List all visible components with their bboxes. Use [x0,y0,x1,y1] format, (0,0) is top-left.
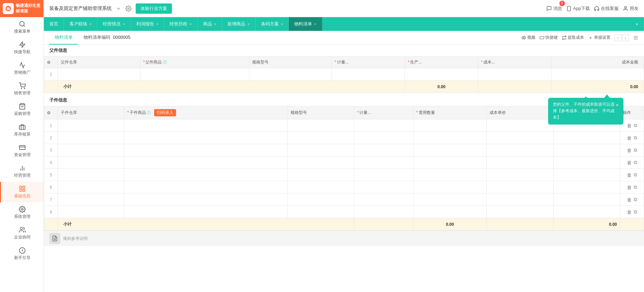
copy-icon-row-8[interactable]: ⧉ [634,209,637,215]
child-row-5-qty[interactable] [413,169,486,181]
child-row-6-unit-cost[interactable] [487,181,553,194]
delete-icon-row-8[interactable]: 🗑 [627,209,632,215]
child-row-2-warehouse[interactable] [58,132,124,144]
child-row-4-qty[interactable] [413,156,486,169]
child-row-8-warehouse[interactable] [58,206,124,218]
settings-icon[interactable] [125,5,132,12]
sidebar-item-purchase[interactable]: 采购管理 [0,100,44,120]
child-row-3-unit[interactable] [354,144,413,156]
shortcut-action[interactable]: 快捷键 [540,35,558,40]
sidebar-item-operations[interactable]: 经营管理 [0,161,44,182]
child-row-6-amount[interactable] [553,181,620,194]
child-row-4-spec[interactable] [287,156,354,169]
child-row-4-unit[interactable] [354,156,413,169]
child-row-1-unit-cost[interactable] [487,119,553,132]
child-row-6-warehouse[interactable] [58,181,124,194]
tab-goods[interactable]: 商品 × [198,17,222,31]
child-row-8-unit[interactable] [354,206,413,218]
close-all-tab[interactable]: × [630,17,644,31]
delete-icon-row-1[interactable]: 🗑 [627,123,632,128]
sidebar-item-quicknav[interactable]: 快捷导航 [0,38,44,58]
tab-barcode[interactable]: 条码方案 × [256,17,289,31]
child-row-4-warehouse[interactable] [58,156,124,169]
child-row-2-amount[interactable] [553,132,620,144]
child-row-1-unit[interactable] [354,119,413,132]
child-row-2-spec[interactable] [287,132,354,144]
extract-cost-action[interactable]: 提取成本 [562,35,584,40]
sidebar-item-marketing[interactable]: 营销推广 [0,58,44,79]
child-row-5-unit[interactable] [354,169,413,181]
child-row-5-unit-cost[interactable] [487,169,553,181]
child-row-3-qty[interactable] [413,144,486,156]
parent-row-1-unit[interactable] [332,68,405,81]
child-row-8-spec[interactable] [287,206,354,218]
view-action[interactable]: 视频 [521,35,535,40]
prev-arrow[interactable]: ‹ [615,34,621,41]
sidebar-item-search[interactable]: 搜索菜单 [0,17,44,38]
child-row-6-qty[interactable] [413,181,486,194]
child-col-setting[interactable]: ⚙ [44,106,58,119]
child-row-8-product[interactable] [124,206,288,218]
child-row-8-qty[interactable] [413,206,486,218]
menu-icon[interactable] [633,35,639,40]
tab-profit[interactable]: 利润报告 × [131,17,164,31]
tab-operations[interactable]: 经营情况 × [97,17,131,31]
parent-col-setting[interactable]: ⚙ [44,57,58,68]
delete-icon-row-7[interactable]: 🗑 [627,197,632,202]
parent-row-1-product[interactable] [140,68,249,81]
sidebar-item-basic[interactable]: 基础信息 [0,182,44,202]
child-row-5-spec[interactable] [287,169,354,181]
child-row-8-amount[interactable] [553,206,620,218]
child-row-3-spec[interactable] [287,144,354,156]
child-row-1-qty[interactable] [413,119,486,132]
child-row-7-unit-cost[interactable] [487,194,553,206]
tab-newgoods[interactable]: 新增商品 × [222,17,255,31]
child-row-7-qty[interactable] [413,194,486,206]
close-barcode-tab[interactable]: × [281,22,283,26]
child-row-1-spec[interactable] [287,119,354,132]
parent-row-1-production[interactable] [405,68,478,81]
child-row-4-unit-cost[interactable] [487,156,553,169]
close-newgoods-tab[interactable]: × [247,22,249,26]
child-row-3-unit-cost[interactable] [487,144,553,156]
close-history-tab[interactable]: × [189,22,191,26]
child-row-5-warehouse[interactable] [58,169,124,181]
child-row-1-product[interactable] [124,119,288,132]
sidebar-item-system[interactable]: 系统管理 [0,202,44,223]
child-row-2-qty[interactable] [413,132,486,144]
close-bom-tab[interactable]: × [314,22,316,26]
copy-icon-row-2[interactable]: ⧉ [634,135,637,141]
scan-btn[interactable]: 扫码录入 [154,109,176,116]
delete-icon-row-2[interactable]: 🗑 [627,135,632,141]
sidebar-item-sales[interactable]: 销售管理 [0,79,44,100]
tab-customer[interactable]: 客户联络 × [64,17,97,31]
child-row-7-amount[interactable] [553,194,620,206]
child-row-7-product[interactable] [124,194,288,206]
tab-bom[interactable]: 物料清单 × [289,17,322,31]
next-arrow[interactable]: › [622,34,629,41]
child-row-2-unit-cost[interactable] [487,132,553,144]
child-row-3-warehouse[interactable] [58,144,124,156]
delete-icon-row-6[interactable]: 🗑 [627,185,632,190]
child-row-3-product[interactable] [124,144,288,156]
child-row-2-unit[interactable] [354,132,413,144]
tab-history[interactable]: 经营历程 × [164,17,197,31]
close-customer-tab[interactable]: × [89,22,91,26]
parent-row-1-spec[interactable] [249,68,332,81]
parent-row-1-amount[interactable] [551,68,644,81]
app-download-action[interactable]: App下载 [566,5,590,12]
copy-icon-row-7[interactable]: ⧉ [634,197,637,202]
sidebar-item-guide[interactable]: 新手引导 [0,244,44,264]
child-row-4-product[interactable] [124,156,288,169]
online-service-action[interactable]: 在线客服 [594,5,619,12]
sub-tab-bom-list[interactable]: 物料清单 [49,31,78,45]
user-action[interactable]: 用友 [623,5,639,12]
delete-icon-row-5[interactable]: 🗑 [627,172,632,178]
close-goods-tab[interactable]: × [214,22,216,26]
single-settings-action[interactable]: 单据设置 [588,35,610,40]
child-row-1-warehouse[interactable] [58,119,124,132]
child-row-4-amount[interactable] [553,156,620,169]
parent-row-1-warehouse[interactable] [58,68,140,81]
copy-icon-row-4[interactable]: ⧉ [634,160,637,165]
bottom-icon[interactable] [49,233,60,244]
